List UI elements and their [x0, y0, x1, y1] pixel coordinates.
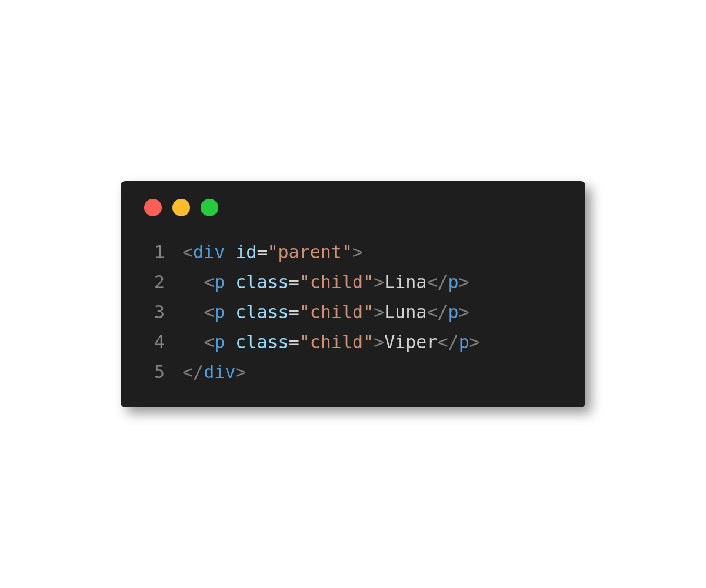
code-content: 1 <div id="parent"> 2 <p class="child">L… — [141, 237, 565, 387]
code-line: 3 <p class="child">Luna</p> — [141, 297, 565, 327]
code-line: 4 <p class="child">Viper</p> — [141, 327, 565, 357]
window-controls — [141, 199, 565, 216]
close-icon[interactable] — [144, 199, 162, 216]
code-line: 1 <div id="parent"> — [141, 237, 565, 267]
maximize-icon[interactable] — [201, 199, 218, 216]
code-text: <p class="child">Luna</p> — [182, 297, 469, 327]
code-line: 2 <p class="child">Lina</p> — [141, 267, 565, 297]
line-number: 3 — [141, 297, 165, 327]
code-line: 5 </div> — [141, 357, 565, 387]
code-text: <div id="parent"> — [182, 237, 363, 267]
code-text: <p class="child">Lina</p> — [182, 267, 469, 297]
line-number: 5 — [141, 357, 165, 387]
line-number: 4 — [141, 327, 165, 357]
minimize-icon[interactable] — [172, 199, 190, 216]
line-number: 1 — [141, 237, 165, 267]
code-text: </div> — [182, 357, 246, 387]
code-editor-window: 1 <div id="parent"> 2 <p class="child">L… — [121, 181, 585, 407]
code-text: <p class="child">Viper</p> — [182, 327, 480, 357]
line-number: 2 — [141, 267, 165, 297]
